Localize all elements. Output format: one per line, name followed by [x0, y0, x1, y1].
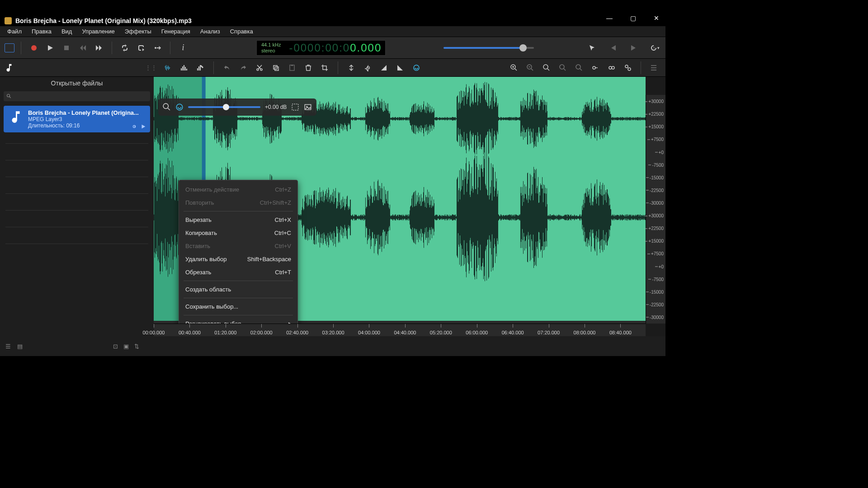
- menu-help[interactable]: Справка: [226, 27, 258, 36]
- context-menu-item: ВставитьCtrl+V: [179, 239, 297, 253]
- fade-out-icon[interactable]: [394, 62, 406, 74]
- divider: [5, 143, 148, 144]
- minimize-button[interactable]: —: [605, 14, 614, 23]
- zoom-out-icon[interactable]: [524, 61, 537, 74]
- svg-rect-15: [291, 65, 293, 66]
- svg-point-23: [609, 66, 612, 69]
- divider: [5, 210, 148, 211]
- prev-marker-icon[interactable]: [607, 42, 619, 54]
- file-format: MPEG Layer3: [28, 116, 146, 122]
- effects-icon[interactable]: [410, 62, 422, 74]
- spectral-view-icon[interactable]: [178, 62, 190, 74]
- volume-slider[interactable]: [443, 47, 534, 49]
- spectral-edit-icon[interactable]: [194, 62, 206, 74]
- menu-analyze[interactable]: Анализ: [196, 27, 225, 36]
- gain-panel: +0.00 dB: [158, 99, 316, 116]
- maximize-button[interactable]: ▢: [628, 14, 637, 23]
- next-marker-icon[interactable]: [627, 42, 640, 54]
- divider: [5, 227, 148, 227]
- svg-point-22: [593, 66, 595, 69]
- delete-icon[interactable]: [302, 62, 314, 74]
- search-input[interactable]: [4, 91, 150, 101]
- separator: [112, 42, 112, 54]
- zoom-fit-icon[interactable]: [540, 61, 553, 74]
- menu-view[interactable]: Вид: [57, 27, 77, 36]
- zoom-in-icon[interactable]: [508, 61, 520, 74]
- waveform-area[interactable]: +0.00 dB Отменить действиеCtrl+ZПовторит…: [154, 77, 665, 356]
- stop-button[interactable]: [60, 42, 73, 54]
- context-menu-item[interactable]: Создать область: [179, 283, 297, 296]
- waveform-view-icon[interactable]: [162, 62, 174, 74]
- screen-icon[interactable]: ⊡: [113, 343, 118, 350]
- redo-icon[interactable]: [237, 62, 249, 74]
- menu-control[interactable]: Управление: [77, 27, 119, 36]
- menu-file[interactable]: Файл: [3, 27, 26, 36]
- undo-icon[interactable]: [221, 62, 233, 74]
- amplify-icon[interactable]: [362, 62, 373, 74]
- copy-icon[interactable]: [270, 62, 282, 74]
- grid-toggle-icon[interactable]: ▤: [17, 343, 23, 350]
- svg-rect-8: [198, 66, 199, 70]
- play-small-icon[interactable]: [140, 123, 146, 130]
- record-button[interactable]: [28, 42, 40, 54]
- history-icon[interactable]: ▾: [648, 42, 661, 54]
- title-bar: Boris Brejcha - Lonely Planet (Original …: [0, 0, 665, 26]
- menu-effects[interactable]: Эффекты: [120, 27, 156, 36]
- window-title: Boris Brejcha - Lonely Planet (Original …: [15, 17, 605, 24]
- menu-generate[interactable]: Генерация: [157, 27, 195, 36]
- fade-in-icon[interactable]: [378, 62, 390, 74]
- music-note-icon: [0, 63, 18, 73]
- sidebar: Открытые файлы Boris Brejcha - Lonely Pl…: [0, 77, 154, 356]
- picture-icon[interactable]: ▣: [123, 343, 129, 350]
- context-menu-item[interactable]: ОбрезатьCtrl+T: [179, 266, 297, 279]
- gain-slider[interactable]: [188, 106, 260, 108]
- list-toggle-icon[interactable]: ☰: [5, 343, 11, 350]
- svg-point-26: [628, 68, 631, 70]
- svg-point-21: [576, 65, 580, 69]
- svg-rect-4: [184, 65, 184, 70]
- context-menu-item[interactable]: Удалить выборShift+Backspace: [179, 253, 297, 266]
- cut-icon[interactable]: [254, 62, 265, 74]
- cursor-tool-icon[interactable]: [586, 42, 599, 54]
- amplitude-ruler: +30000+22500+15000+7500+0-7500-15000-225…: [646, 95, 665, 324]
- paste-icon[interactable]: [286, 62, 298, 74]
- transport-toolbar: i 44.1 kHz stereo -0000:00:00.000 ▾: [0, 37, 665, 59]
- menu-edit[interactable]: Правка: [27, 27, 56, 36]
- crop-icon[interactable]: [319, 62, 330, 74]
- file-title: Boris Brejcha - Lonely Planet (Origina..…: [28, 109, 146, 116]
- goto-button[interactable]: [151, 42, 164, 54]
- snapshot-icon[interactable]: [291, 103, 299, 111]
- time-active: 0.000: [350, 42, 382, 54]
- settings-small-icon[interactable]: ⇅: [134, 343, 139, 350]
- svg-rect-6: [186, 69, 187, 70]
- context-menu-item[interactable]: ВырезатьCtrl+X: [179, 213, 297, 226]
- channels-label: stereo: [261, 48, 281, 54]
- selection-tool-icon[interactable]: [5, 43, 14, 52]
- search-icon[interactable]: [163, 103, 171, 111]
- list-icon[interactable]: [647, 61, 660, 74]
- file-card[interactable]: Boris Brejcha - Lonely Planet (Origina..…: [4, 106, 150, 132]
- rewind-button[interactable]: [76, 42, 89, 54]
- context-menu-item: ПовторитьCtrl+Shift+Z: [179, 196, 297, 209]
- zoom-all-icon[interactable]: [573, 61, 585, 74]
- play-button[interactable]: [44, 42, 57, 54]
- refresh-icon[interactable]: [175, 103, 184, 111]
- svg-point-29: [176, 104, 183, 110]
- forward-button[interactable]: [93, 42, 105, 54]
- zoom-sel-icon[interactable]: [557, 61, 569, 74]
- link3-icon[interactable]: [622, 61, 634, 74]
- svg-point-27: [7, 94, 10, 97]
- loop-button[interactable]: [118, 42, 131, 54]
- file-duration: Длительность: 09:16: [28, 122, 146, 129]
- time-ruler[interactable]: 00:00.00000:40.00001:20.00002:00.00002:4…: [154, 324, 646, 336]
- context-menu-item[interactable]: КопироватьCtrl+C: [179, 226, 297, 239]
- context-menu-item[interactable]: Сохранить выбор...: [179, 300, 297, 313]
- info-button[interactable]: i: [177, 42, 189, 54]
- image-icon[interactable]: [304, 103, 312, 111]
- link1-icon[interactable]: [589, 61, 602, 74]
- close-button[interactable]: ✕: [652, 14, 661, 23]
- link2-icon[interactable]: [605, 61, 618, 74]
- drag-handle-icon[interactable]: ⋮⋮: [145, 61, 157, 74]
- loop-selection-button[interactable]: [135, 42, 147, 54]
- normalize-icon[interactable]: [345, 62, 357, 74]
